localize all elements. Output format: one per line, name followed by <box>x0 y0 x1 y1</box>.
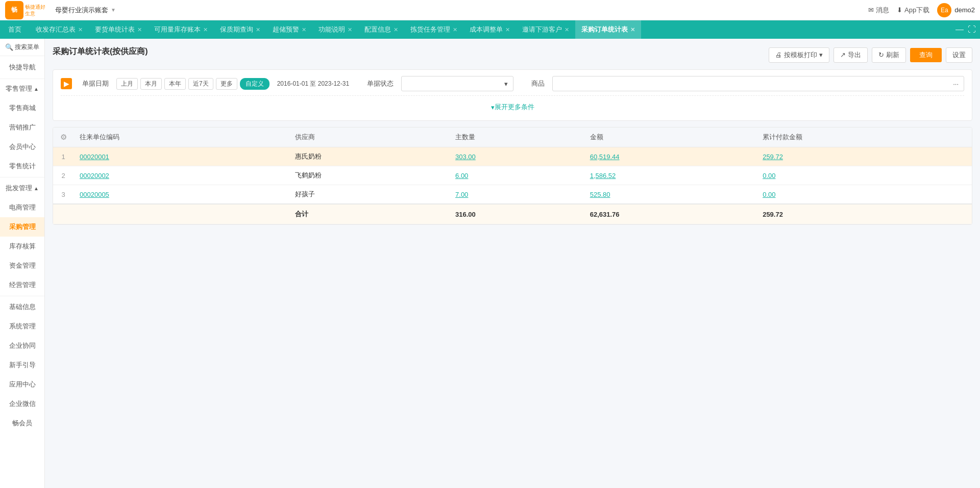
minimize-icon[interactable]: — <box>955 25 964 34</box>
close-icon[interactable]: ✕ <box>348 27 352 33</box>
sidebar-item-finance[interactable]: 资金管理 <box>0 256 44 275</box>
close-icon[interactable]: ✕ <box>630 27 635 33</box>
sidebar-item-retail-stats[interactable]: 零售统计 <box>0 157 44 176</box>
date-btns: 上月 本月 本年 近7天 更多 自定义 <box>116 78 270 90</box>
tab-invite-downstream[interactable]: 邀请下游客户 ✕ <box>516 20 575 39</box>
close-icon[interactable]: ✕ <box>203 27 208 33</box>
filter-area: ▶ 单据日期 上月 本月 本年 近7天 更多 自定义 2016-01-01 至 … <box>53 69 972 121</box>
refresh-button[interactable]: ↻ 刷新 <box>872 47 906 63</box>
sidebar-item-basic-info[interactable]: 基础信息 <box>0 297 44 317</box>
footer-qty: 316.00 <box>449 204 584 224</box>
last-month-btn[interactable]: 上月 <box>116 78 138 90</box>
qty-link[interactable]: 7.00 <box>455 191 468 198</box>
close-icon[interactable]: ✕ <box>505 27 510 33</box>
tab-purchase-order-stats[interactable]: 采购订单统计表 ✕ <box>575 20 641 39</box>
template-print-button[interactable]: 🖨 按模板打印 ▾ <box>769 47 829 63</box>
tab-order-stats[interactable]: 要货单统计表 ✕ <box>89 20 148 39</box>
tab-function-desc[interactable]: 功能说明 ✕ <box>312 20 358 39</box>
query-button[interactable]: 查询 <box>910 48 942 62</box>
footer-amount: 62,631.76 <box>584 204 756 224</box>
sidebar-item-app-center[interactable]: 应用中心 <box>0 375 44 394</box>
app-logo: 畅 <box>5 1 23 19</box>
sidebar-search[interactable]: 🔍 搜索菜单 <box>0 39 44 56</box>
close-icon[interactable]: ✕ <box>256 27 260 33</box>
close-icon[interactable]: ✕ <box>302 27 306 33</box>
row-paid: 0.00 <box>756 185 972 204</box>
chevron-down-icon: ▾ <box>819 51 823 59</box>
close-icon[interactable]: ✕ <box>394 27 398 33</box>
this-year-btn[interactable]: 本年 <box>164 78 186 90</box>
paid-link[interactable]: 0.00 <box>763 191 775 198</box>
expand-more-btn[interactable]: ▾ 展开更多条件 <box>488 100 537 114</box>
paid-link[interactable]: 259.72 <box>763 153 783 161</box>
amount-link[interactable]: 1,586.52 <box>590 172 616 179</box>
sidebar-item-retail-mall[interactable]: 零售商城 <box>0 98 44 118</box>
code-link[interactable]: 00020001 <box>80 153 109 161</box>
filter-toggle-btn[interactable]: ▶ <box>61 78 72 89</box>
amount-link[interactable]: 525.80 <box>590 191 610 198</box>
code-link[interactable]: 00020002 <box>80 172 109 179</box>
download-icon: ⬇ <box>897 6 902 14</box>
tab-cost-adjust[interactable]: 成本调整单 ✕ <box>463 20 516 39</box>
row-code: 00020001 <box>74 147 289 166</box>
export-button[interactable]: ↗ 导出 <box>834 47 868 63</box>
custom-date-btn[interactable]: 自定义 <box>240 78 270 90</box>
qty-link[interactable]: 303.00 <box>455 153 476 161</box>
arrow-icon: ▲ <box>34 86 39 92</box>
close-icon[interactable]: ✕ <box>453 27 457 33</box>
close-icon[interactable]: ✕ <box>137 27 142 33</box>
workspace-selector[interactable]: 母婴行业演示账套 ▼ <box>55 6 116 15</box>
th-gear: ⚙ <box>53 127 74 147</box>
page-container: 采购订单统计表(按供应商) 🖨 按模板打印 ▾ ↗ 导出 ↻ 刷新 <box>45 39 980 233</box>
sidebar-item-ecommerce[interactable]: 电商管理 <box>0 198 44 217</box>
app-download-btn[interactable]: ⬇ App下载 <box>897 6 929 15</box>
sidebar-item-member-vip[interactable]: 畅会员 <box>0 414 44 433</box>
message-btn[interactable]: ✉ 消息 <box>868 6 889 15</box>
export-icon: ↗ <box>840 51 846 59</box>
tab-home[interactable]: 首页 <box>0 20 30 39</box>
amount-link[interactable]: 60,519.44 <box>590 153 620 161</box>
settings-button[interactable]: 设置 <box>946 47 972 63</box>
select-arrow-icon: ▾ <box>504 80 508 88</box>
sidebar-item-purchase[interactable]: 采购管理 <box>0 217 44 237</box>
goods-input[interactable]: ··· <box>552 76 964 91</box>
sidebar-item-system[interactable]: 系统管理 <box>0 317 44 336</box>
sidebar-item-inventory[interactable]: 库存核算 <box>0 237 44 256</box>
logo-area: 畅 畅捷通好生意 <box>5 1 50 19</box>
qty-link[interactable]: 6.00 <box>455 172 468 179</box>
sidebar-item-wholesale[interactable]: 批发管理 ▲ <box>0 178 44 198</box>
sidebar-item-marketing[interactable]: 营销推广 <box>0 118 44 137</box>
tab-overstock-warning[interactable]: 超储预警 ✕ <box>266 20 312 39</box>
paid-link[interactable]: 0.00 <box>763 172 775 179</box>
maximize-icon[interactable]: ⛶ <box>968 25 976 34</box>
data-table: ⚙ 往来单位编码 供应商 主数量 金额 累计付款金额 1 00020001 <box>53 127 972 224</box>
close-icon[interactable]: ✕ <box>565 27 569 33</box>
sidebar-item-enterprise-wechat[interactable]: 企业微信 <box>0 394 44 414</box>
close-icon[interactable]: ✕ <box>78 27 83 33</box>
sidebar-item-retail-mgmt[interactable]: 零售管理 ▲ <box>0 79 44 98</box>
status-select[interactable]: ▾ <box>401 76 513 91</box>
th-supplier: 供应商 <box>289 127 449 147</box>
this-month-btn[interactable]: 本月 <box>140 78 162 90</box>
sidebar-item-member[interactable]: 会员中心 <box>0 137 44 157</box>
sidebar-item-new-guide[interactable]: 新手引导 <box>0 355 44 375</box>
sidebar-quick-nav[interactable]: 快捷导航 <box>0 56 44 79</box>
last-7days-btn[interactable]: 近7天 <box>188 78 213 90</box>
sidebar-item-enterprise-collab[interactable]: 企业协同 <box>0 336 44 355</box>
user-area[interactable]: Ea demo2 <box>937 3 975 17</box>
tab-available-inventory[interactable]: 可用量库存账本 ✕ <box>148 20 214 39</box>
row-code: 00020002 <box>74 166 289 185</box>
tab-receivable-summary[interactable]: 收发存汇总表 ✕ <box>30 20 89 39</box>
tab-expiry-query[interactable]: 保质期查询 ✕ <box>214 20 266 39</box>
code-link[interactable]: 00020005 <box>80 191 109 198</box>
row-index: 1 <box>53 147 74 166</box>
more-dates-btn[interactable]: 更多 <box>216 78 237 90</box>
tab-pick-task[interactable]: 拣货任务管理 ✕ <box>404 20 463 39</box>
more-icon[interactable]: ··· <box>953 80 959 88</box>
table-header-row: ⚙ 往来单位编码 供应商 主数量 金额 累计付款金额 <box>53 127 972 147</box>
sidebar-item-operation[interactable]: 经营管理 <box>0 275 44 295</box>
gear-icon[interactable]: ⚙ <box>60 133 67 142</box>
print-icon: 🖨 <box>775 51 782 59</box>
tab-config-info[interactable]: 配置信息 ✕ <box>358 20 404 39</box>
search-icon: 🔍 <box>5 43 13 51</box>
